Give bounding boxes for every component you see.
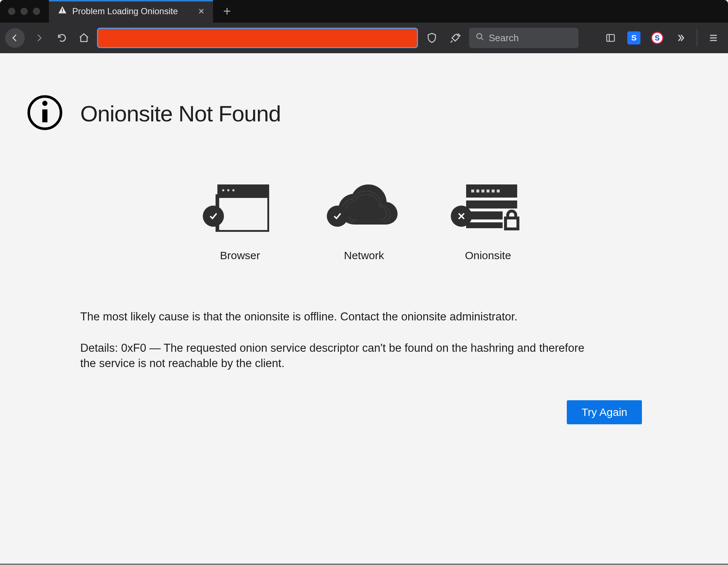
cloud-icon: [335, 227, 400, 233]
titlebar: Problem Loading Onionsite × +: [0, 0, 728, 23]
page-bottom-border: [0, 564, 728, 565]
check-badge-icon: [203, 206, 224, 227]
sidebar-toggle-icon[interactable]: [601, 28, 620, 47]
broom-icon[interactable]: [446, 28, 465, 47]
new-tab-button[interactable]: +: [220, 3, 235, 19]
diagram-network: Network: [335, 184, 393, 262]
tab-close-button[interactable]: ×: [198, 6, 204, 16]
check-badge-icon: [327, 206, 348, 227]
svg-point-3: [460, 35, 460, 36]
info-icon: [26, 93, 64, 133]
error-page: Onionsite Not Found Browser: [0, 53, 728, 565]
tab-strip: +: [213, 0, 728, 23]
forward-button[interactable]: [29, 28, 49, 48]
error-details-text: Details: 0xF0 — The requested onion serv…: [80, 340, 587, 371]
svg-rect-27: [497, 190, 500, 192]
svg-rect-25: [487, 190, 489, 192]
minimize-window-button[interactable]: [20, 8, 28, 15]
browser-window-icon: [211, 227, 269, 233]
extension-noscript-icon[interactable]: S: [648, 28, 667, 47]
svg-rect-24: [481, 190, 484, 192]
close-window-button[interactable]: [8, 8, 15, 15]
overflow-icon[interactable]: [671, 28, 690, 47]
x-badge-icon: [451, 206, 472, 227]
svg-point-2: [458, 34, 459, 35]
svg-point-15: [227, 189, 229, 191]
diagram-browser-label: Browser: [220, 249, 260, 262]
svg-rect-0: [62, 9, 63, 11]
svg-rect-23: [476, 190, 479, 192]
diagram-browser: Browser: [211, 184, 269, 262]
search-box[interactable]: Search: [469, 28, 578, 48]
search-placeholder: Search: [489, 32, 519, 44]
server-lock-icon: [459, 227, 521, 233]
svg-rect-1: [62, 12, 63, 12]
try-again-button[interactable]: Try Again: [567, 400, 642, 424]
diagram-onionsite: Onionsite: [459, 184, 517, 262]
svg-rect-21: [466, 222, 503, 228]
svg-point-12: [42, 101, 47, 106]
svg-rect-22: [471, 190, 474, 192]
shield-icon[interactable]: [422, 28, 441, 47]
back-button[interactable]: [5, 28, 25, 48]
svg-point-4: [477, 34, 482, 39]
hamburger-menu-icon[interactable]: [704, 28, 723, 47]
toolbar-separator: [697, 29, 697, 47]
reload-button[interactable]: [53, 29, 71, 47]
search-icon: [476, 32, 484, 44]
error-explanation: The most likely cause is that the onions…: [26, 309, 587, 371]
zoom-window-button[interactable]: [33, 8, 40, 15]
svg-point-14: [222, 189, 224, 191]
window-controls: [0, 0, 49, 23]
svg-rect-28: [506, 218, 518, 229]
url-bar[interactable]: [97, 28, 418, 48]
connection-diagram: Browser Network: [26, 184, 702, 262]
svg-rect-17: [217, 196, 269, 232]
tab-title: Problem Loading Onionsite: [72, 6, 178, 16]
svg-rect-5: [607, 35, 615, 42]
alert-icon: [58, 5, 67, 17]
diagram-onionsite-label: Onionsite: [465, 249, 511, 262]
page-title: Onionsite Not Found: [80, 101, 281, 126]
extension-s-icon[interactable]: S: [624, 28, 643, 47]
diagram-network-label: Network: [344, 249, 384, 262]
svg-rect-19: [466, 200, 517, 209]
svg-point-16: [232, 189, 235, 191]
svg-rect-26: [492, 190, 495, 192]
browser-tab-active[interactable]: Problem Loading Onionsite ×: [49, 0, 213, 23]
browser-toolbar: Search S S: [0, 23, 728, 53]
error-cause-text: The most likely cause is that the onions…: [80, 309, 587, 324]
home-button[interactable]: [75, 29, 93, 47]
